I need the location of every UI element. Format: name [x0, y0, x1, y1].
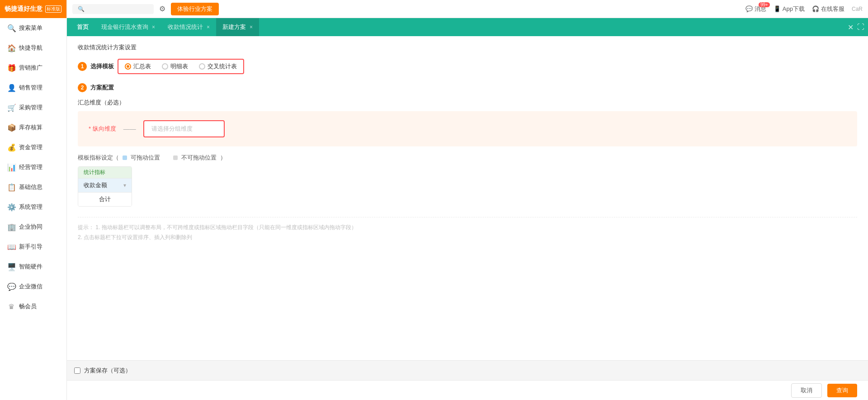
- tips-line2: 2. 点击标题栏下拉可设置排序、插入列和删除列: [78, 233, 857, 243]
- user-icon: 👤: [7, 84, 15, 92]
- page-inner: 收款情况统计方案设置 1 选择模板 汇总表 明细表: [67, 36, 868, 360]
- notification-button[interactable]: 💬 消息 99+: [745, 5, 766, 13]
- sidebar-item-weixin[interactable]: 💬 企业微信: [0, 277, 66, 296]
- logo-tag: 标准版: [45, 5, 61, 13]
- content-area: 收款情况统计方案设置 1 选择模板 汇总表 明细表: [67, 36, 868, 380]
- tab-new-label: 新建方案: [222, 23, 246, 31]
- vip-icon: ♛: [7, 302, 15, 311]
- download-label: App下载: [783, 5, 805, 13]
- sidebar-item-sales[interactable]: 👤 销售管理: [0, 78, 66, 98]
- search-icon: 🔍: [7, 24, 15, 33]
- section-template: 1 选择模板 汇总表 明细表 交叉统计表: [78, 59, 857, 74]
- close-tab-icon[interactable]: ✕: [848, 23, 854, 32]
- tab-home[interactable]: 首页: [71, 18, 95, 36]
- sidebar-item-label: 畅会员: [19, 302, 37, 311]
- radio-cross-label: 交叉统计表: [208, 62, 237, 71]
- sidebar-item-label: 智能硬件: [19, 263, 42, 271]
- trial-button[interactable]: 体验行业方案: [171, 3, 219, 15]
- search-icon: 🔍: [78, 6, 85, 12]
- sidebar-item-label: 快捷导航: [19, 44, 42, 52]
- gift-icon: 🎁: [7, 64, 15, 72]
- radio-detail-label: 明细表: [170, 62, 188, 71]
- sidebar-item-hardware[interactable]: 🖥️ 智能硬件: [0, 257, 66, 277]
- tab-collection-close[interactable]: ×: [207, 24, 210, 30]
- logo-text: 畅捷通好生意: [5, 5, 42, 13]
- sidebar-item-company[interactable]: 🏢 企业协同: [0, 217, 66, 237]
- config-section: 汇总维度（必选） * 纵向维度 —— 请选择分组维度 模板指标设定（ 可拖动位置: [78, 99, 857, 208]
- tab-bank-close[interactable]: ×: [152, 24, 155, 30]
- metrics-item-label: 收款金额: [84, 181, 107, 189]
- tab-new-close[interactable]: ×: [250, 24, 253, 30]
- settings-icon[interactable]: ⚙: [157, 5, 167, 13]
- section2-title: 方案配置: [90, 84, 114, 92]
- tab-bank[interactable]: 现金银行流水查询 ×: [95, 18, 161, 36]
- metrics-sep: [164, 154, 170, 162]
- tab-new[interactable]: 新建方案 ×: [216, 18, 259, 36]
- section-config: 2 方案配置 汇总维度（必选） * 纵向维度 —— 请选择分组维度: [78, 83, 857, 242]
- sidebar-item-guide[interactable]: 📖 新手引导: [0, 237, 66, 257]
- footer: 方案保存（可选）: [67, 360, 868, 380]
- tabs-nav-right: ✕ ⛶: [848, 23, 864, 32]
- sidebar-item-operation[interactable]: 📊 经营管理: [0, 157, 66, 177]
- metrics-header-text: 模板指标设定（: [78, 154, 119, 162]
- sidebar-item-label: 企业微信: [19, 282, 42, 291]
- sidebar-logo: 畅捷通好生意 标准版: [0, 0, 66, 18]
- sidebar-item-purchase[interactable]: 🛒 采购管理: [0, 98, 66, 118]
- action-bar: 取消 查询: [67, 380, 868, 400]
- sidebar-item-label: 营销推广: [19, 64, 42, 72]
- maximize-icon[interactable]: ⛶: [857, 23, 864, 31]
- download-icon: 📱: [774, 5, 781, 12]
- tab-collection[interactable]: 收款情况统计 ×: [161, 18, 216, 36]
- save-checkbox[interactable]: [74, 367, 80, 374]
- sidebar-item-basic[interactable]: 📋 基础信息: [0, 177, 66, 197]
- main-area: 🔍 ⚙ 体验行业方案 💬 消息 99+ 📱 App下载 🎧 在线客服 CaR 首…: [67, 0, 868, 400]
- service-button[interactable]: 🎧 在线客服: [812, 5, 844, 13]
- section1-num: 1: [78, 62, 87, 71]
- download-button[interactable]: 📱 App下载: [774, 5, 805, 13]
- radio-detail-circle: [162, 63, 168, 70]
- metrics-total: 合计: [78, 193, 132, 206]
- sidebar-item-inventory[interactable]: 📦 库存核算: [0, 118, 66, 137]
- chat-icon: 💬: [7, 282, 15, 291]
- tabs-nav: 首页 现金银行流水查询 × 收款情况统计 × 新建方案 × ✕ ⛶: [67, 18, 868, 36]
- sidebar-item-vip[interactable]: ♛ 畅会员: [0, 296, 66, 316]
- radio-summary-circle: [125, 63, 131, 70]
- sidebar-item-label: 基础信息: [19, 183, 42, 191]
- dimension-select[interactable]: 请选择分组维度: [143, 120, 225, 137]
- topbar: 🔍 ⚙ 体验行业方案 💬 消息 99+ 📱 App下载 🎧 在线客服 CaR: [67, 0, 868, 18]
- sidebar-item-capital[interactable]: 💰 资金管理: [0, 137, 66, 157]
- section2-header: 2 方案配置: [78, 83, 857, 92]
- radio-summary[interactable]: 汇总表: [125, 62, 151, 71]
- chevron-down-icon[interactable]: ▾: [123, 182, 126, 188]
- movable-dot: [123, 155, 127, 160]
- sidebar-item-search[interactable]: 🔍 搜索菜单: [0, 18, 66, 38]
- message-icon: 💬: [745, 5, 753, 12]
- dimension-placeholder: 请选择分组维度: [151, 125, 193, 132]
- movable-label: 可拖动位置: [131, 154, 160, 162]
- cart-icon: 🛒: [7, 104, 15, 112]
- template-radio-group: 汇总表 明细表 交叉统计表: [118, 59, 244, 74]
- cancel-button[interactable]: 取消: [791, 383, 822, 398]
- user-display[interactable]: CaR: [852, 6, 863, 12]
- metrics-group-label: 统计指标: [78, 167, 132, 179]
- book-icon: 📖: [7, 243, 15, 251]
- sidebar-item-system[interactable]: ⚙️ 系统管理: [0, 197, 66, 217]
- sidebar-item-label: 经营管理: [19, 163, 42, 171]
- radio-detail[interactable]: 明细表: [162, 62, 188, 71]
- sidebar-item-label: 企业协同: [19, 223, 42, 231]
- search-box[interactable]: 🔍: [72, 4, 154, 14]
- section1-header: 1 选择模板 汇总表 明细表 交叉统计表: [78, 59, 857, 74]
- save-label: 方案保存（可选）: [84, 367, 131, 375]
- sidebar-item-label: 采购管理: [19, 104, 42, 112]
- section1-title: 选择模板: [90, 62, 114, 71]
- sidebar-item-label: 销售管理: [19, 84, 42, 92]
- sidebar-item-nav[interactable]: 🏠 快捷导航: [0, 38, 66, 58]
- metrics-item-revenue: 收款金额 ▾: [78, 179, 132, 193]
- gear-icon: ⚙️: [7, 203, 15, 212]
- sidebar-item-label: 资金管理: [19, 143, 42, 151]
- tab-bank-label: 现金银行流水查询: [101, 23, 148, 31]
- sidebar-item-label: 系统管理: [19, 203, 42, 211]
- sidebar-item-marketing[interactable]: 🎁 营销推广: [0, 58, 66, 78]
- radio-cross[interactable]: 交叉统计表: [199, 62, 237, 71]
- query-button[interactable]: 查询: [827, 384, 857, 397]
